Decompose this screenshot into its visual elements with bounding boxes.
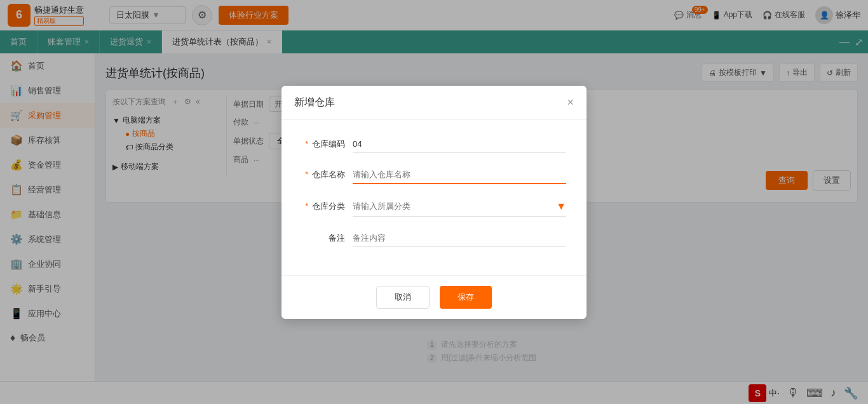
- form-row-category: * 仓库分类 ▼: [302, 197, 566, 217]
- dialog-overlay: 新增仓库 × * 仓库编码 * 仓库名称: [0, 0, 868, 404]
- code-label-text: 仓库编码: [312, 139, 345, 149]
- dialog-header: 新增仓库 ×: [281, 86, 587, 120]
- category-dropdown-icon: ▼: [556, 201, 566, 212]
- dialog-footer: 取消 保存: [281, 275, 587, 319]
- name-label-text: 仓库名称: [312, 170, 345, 179]
- code-label: * 仓库编码: [302, 138, 353, 150]
- form-row-remark: 备注: [302, 229, 566, 247]
- name-label: * 仓库名称: [302, 169, 353, 180]
- dialog-title: 新增仓库: [294, 96, 335, 109]
- add-warehouse-dialog: 新增仓库 × * 仓库编码 * 仓库名称: [281, 86, 587, 319]
- dialog-close-button[interactable]: ×: [567, 96, 574, 109]
- form-row-code: * 仓库编码: [302, 135, 566, 153]
- name-required-mark: *: [305, 170, 308, 179]
- category-input[interactable]: [353, 201, 556, 211]
- remark-label-text: 备注: [329, 233, 345, 243]
- cancel-button[interactable]: 取消: [376, 286, 430, 309]
- form-row-name: * 仓库名称: [302, 166, 566, 184]
- code-required-mark: *: [305, 139, 308, 149]
- remark-input[interactable]: [353, 229, 566, 247]
- category-label-text: 仓库分类: [312, 201, 345, 211]
- remark-label: 备注: [302, 232, 353, 244]
- category-required-mark: *: [305, 201, 308, 211]
- category-selector[interactable]: ▼: [353, 197, 566, 217]
- dialog-body: * 仓库编码 * 仓库名称 * 仓库分类: [281, 120, 587, 275]
- name-input[interactable]: [353, 166, 566, 184]
- save-button[interactable]: 保存: [440, 286, 492, 309]
- category-label: * 仓库分类: [302, 201, 353, 212]
- code-input[interactable]: [353, 135, 566, 153]
